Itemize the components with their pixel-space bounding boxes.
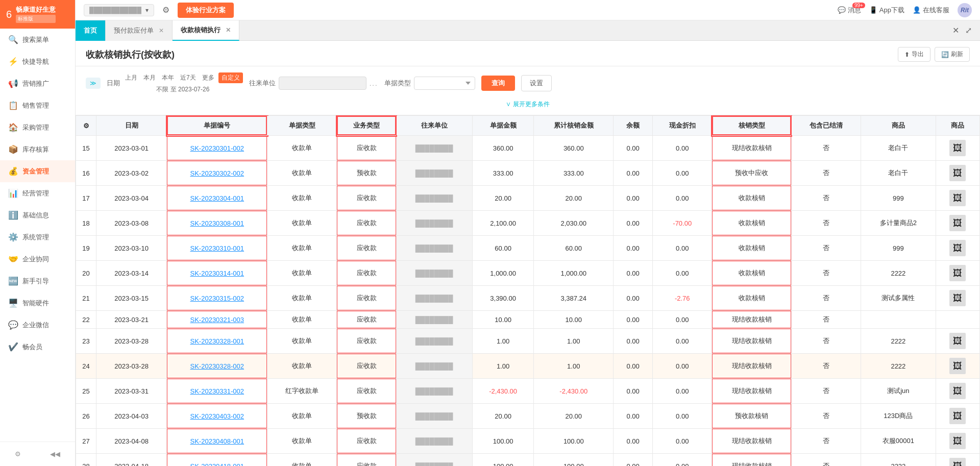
solution-button[interactable]: 体验行业方案: [178, 3, 234, 18]
sidebar-item-inventory[interactable]: 📦 库存核算: [0, 138, 75, 160]
voucher-link[interactable]: SK-20230302-002: [190, 169, 244, 177]
col-header-cash-discount[interactable]: 现金折扣: [653, 116, 712, 136]
date-btn-this-year[interactable]: 本年: [160, 72, 176, 83]
voucher-link[interactable]: SK-20230304-001: [190, 194, 244, 202]
cell-voucher-no[interactable]: SK-20230328-002: [167, 354, 267, 379]
sidebar-item-search[interactable]: 🔍 搜索菜单: [0, 29, 75, 51]
filter-dots[interactable]: ...: [370, 80, 378, 87]
col-header-date[interactable]: 日期: [96, 116, 167, 136]
voucher-link[interactable]: SK-20230418-001: [190, 462, 244, 467]
date-btn-custom[interactable]: 自定义: [218, 72, 243, 83]
cell-date: 2023-03-28: [96, 329, 167, 354]
voucher-link[interactable]: SK-20230403-002: [190, 412, 244, 420]
query-button[interactable]: 查询: [481, 76, 515, 91]
expand-more-btn[interactable]: ∨ 展开更多条件: [504, 99, 551, 110]
cell-voucher-no[interactable]: SK-20230314-001: [167, 261, 267, 286]
cell-verified-amount: 100.00: [534, 429, 614, 454]
sidebar-item-operations[interactable]: 📊 经营管理: [0, 182, 75, 204]
tab-close-btn[interactable]: ✕: [950, 23, 961, 37]
col-header-settings[interactable]: ⚙: [76, 116, 96, 136]
filter-date-label: 日期: [107, 79, 120, 88]
online-service-button[interactable]: 👤 在线客服: [913, 6, 949, 15]
date-btn-7days[interactable]: 近7天: [178, 72, 198, 83]
col-header-voucher-type[interactable]: 单据类型: [267, 116, 337, 136]
cell-voucher-no[interactable]: SK-20230418-001: [167, 454, 267, 467]
cell-include-cleared: 否: [791, 261, 861, 286]
tab-receipt-verify[interactable]: 收款核销执行 ✕: [173, 20, 239, 41]
col-header-goods[interactable]: 商品: [861, 116, 936, 136]
date-btn-this-month[interactable]: 本月: [141, 72, 158, 83]
sidebar-item-quick[interactable]: ⚡ 快捷导航: [0, 51, 75, 72]
date-btn-last-month[interactable]: 上月: [123, 72, 139, 83]
tab-receipt-verify-close-icon[interactable]: ✕: [226, 27, 231, 34]
voucher-link[interactable]: SK-20230328-002: [190, 362, 244, 370]
sidebar-collapse-btn[interactable]: ◀◀: [46, 446, 64, 462]
sidebar-item-wechat[interactable]: 💬 企业微信: [0, 314, 75, 336]
voucher-link[interactable]: SK-20230331-002: [190, 387, 244, 395]
refresh-button[interactable]: 🔄 刷新: [935, 47, 970, 62]
user-avatar[interactable]: Rit: [958, 3, 972, 17]
sidebar-settings-btn[interactable]: ⚙: [11, 446, 25, 462]
voucher-link[interactable]: SK-20230308-001: [190, 219, 244, 227]
filter-partner-input[interactable]: [279, 77, 366, 90]
sidebar-item-marketing[interactable]: 📢 营销推广: [0, 72, 75, 94]
app-download-button[interactable]: 📱 App下载: [869, 6, 904, 15]
cell-voucher-no[interactable]: SK-20230321-003: [167, 311, 267, 329]
export-button[interactable]: ⬆ 导出: [898, 47, 930, 62]
sidebar-item-member[interactable]: ✔️ 畅会员: [0, 336, 75, 358]
sidebar-item-sales[interactable]: 📋 销售管理: [0, 94, 75, 116]
cell-voucher-no[interactable]: SK-20230308-001: [167, 211, 267, 236]
filter-expand-left-btn[interactable]: ≫: [86, 78, 101, 89]
tab-home[interactable]: 首页: [76, 20, 106, 41]
sidebar-item-guide[interactable]: 🆕 新手引导: [0, 270, 75, 292]
message-button[interactable]: 💬 消息 99+: [838, 6, 861, 15]
col-header-balance[interactable]: 余额: [614, 116, 653, 136]
sidebar-item-basic[interactable]: ℹ️ 基础信息: [0, 204, 75, 226]
collab-icon: 🤝: [8, 254, 18, 264]
cell-voucher-no[interactable]: SK-20230310-001: [167, 236, 267, 261]
setting-button[interactable]: 设置: [521, 75, 552, 91]
cell-voucher-no[interactable]: SK-20230302-002: [167, 161, 267, 186]
cell-row-no: 21: [76, 286, 96, 311]
col-header-amount[interactable]: 单据金额: [472, 116, 534, 136]
settings-gear-icon[interactable]: ⚙: [160, 3, 172, 17]
sidebar-item-hardware[interactable]: 🖥️ 智能硬件: [0, 292, 75, 314]
voucher-link[interactable]: SK-20230315-002: [190, 295, 244, 302]
cell-voucher-no[interactable]: SK-20230331-002: [167, 379, 267, 404]
cell-goods: 999: [861, 186, 936, 211]
voucher-link[interactable]: SK-20230408-001: [190, 437, 244, 445]
tab-prepaid-close-icon[interactable]: ✕: [159, 27, 164, 34]
voucher-link[interactable]: SK-20230328-001: [190, 337, 244, 345]
filter-voucher-type-select[interactable]: [414, 77, 475, 90]
wechat-icon: 💬: [8, 320, 18, 330]
cell-voucher-no[interactable]: SK-20230403-002: [167, 404, 267, 429]
sidebar-item-purchase[interactable]: 🏠 采购管理: [0, 116, 75, 138]
cell-balance: 0.00: [614, 404, 653, 429]
col-header-goods2[interactable]: 商品: [936, 116, 979, 136]
voucher-link[interactable]: SK-20230310-001: [190, 244, 244, 252]
sidebar-item-finance[interactable]: 💰 资金管理: [0, 160, 75, 182]
col-header-voucher-no[interactable]: 单据编号: [167, 116, 267, 136]
sidebar-item-system[interactable]: ⚙️ 系统管理: [0, 226, 75, 248]
col-header-verify-type[interactable]: 核销类型: [712, 116, 792, 136]
col-header-biz-type[interactable]: 业务类型: [337, 116, 396, 136]
col-header-verified-amount[interactable]: 累计核销金额: [534, 116, 614, 136]
sidebar-item-label: 采购管理: [22, 123, 49, 132]
cell-cash-discount: 0.00: [653, 404, 712, 429]
company-selector[interactable]: ████████████ ▾: [84, 4, 154, 16]
voucher-link[interactable]: SK-20230301-002: [190, 144, 244, 152]
date-btn-more[interactable]: 更多: [200, 72, 216, 83]
tab-maximize-btn[interactable]: ⤢: [963, 23, 974, 37]
voucher-link[interactable]: SK-20230321-003: [190, 316, 244, 324]
cell-voucher-no[interactable]: SK-20230301-002: [167, 136, 267, 161]
table-area[interactable]: ⚙ 日期 单据编号 单据类型 业务类型 往来单位 单据金额 累计核销金额 余额 …: [76, 115, 980, 466]
tab-prepaid[interactable]: 预付款应付单 ✕: [106, 20, 173, 41]
cell-voucher-no[interactable]: SK-20230304-001: [167, 186, 267, 211]
cell-voucher-no[interactable]: SK-20230328-001: [167, 329, 267, 354]
col-header-include-cleared[interactable]: 包含已结清: [791, 116, 861, 136]
sidebar-item-collab[interactable]: 🤝 企业协同: [0, 248, 75, 270]
cell-voucher-no[interactable]: SK-20230408-001: [167, 429, 267, 454]
col-header-partner[interactable]: 往来单位: [396, 116, 472, 136]
cell-voucher-no[interactable]: SK-20230315-002: [167, 286, 267, 311]
voucher-link[interactable]: SK-20230314-001: [190, 269, 244, 277]
